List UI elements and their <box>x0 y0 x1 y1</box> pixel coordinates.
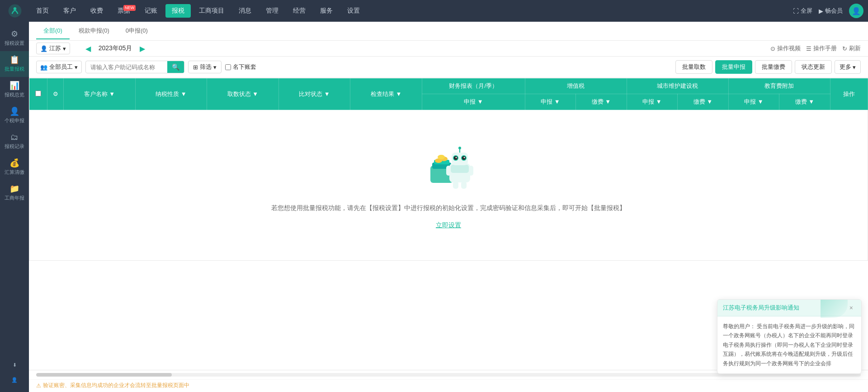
th-vat: 增值税 <box>525 78 627 94</box>
batch-fetch-button[interactable]: 批量取数 <box>675 60 712 74</box>
filter-button[interactable]: ⊞ 筛选 ▾ <box>188 61 222 73</box>
sidebar-item-tax-settings[interactable]: ⚙ 报税设置 <box>0 25 29 51</box>
svg-rect-21 <box>453 182 458 189</box>
province-label: 江苏 <box>49 44 61 53</box>
svg-rect-19 <box>446 166 451 176</box>
settlement-icon: 💰 <box>9 159 19 167</box>
refresh-icon: ↻ <box>842 45 847 52</box>
video-action[interactable]: ⊙ 操作视频 <box>770 44 801 53</box>
th-edu-pay: 缴费 ▼ <box>779 94 830 110</box>
svg-point-18 <box>458 147 461 149</box>
svg-point-1 <box>14 7 16 10</box>
employee-select[interactable]: 👥 全部员工 ▾ <box>36 61 82 73</box>
table-body: 若您想使用批量报税功能，请先在【报税设置】中进行报税的初始化设置，完成密码验证和… <box>29 110 868 261</box>
filter-icon: ⊞ <box>193 64 198 71</box>
current-date: 2023年05月 <box>97 44 133 53</box>
checkbox-wrap: 名下账套 <box>225 63 256 71</box>
tab-all[interactable]: 全部(0) <box>36 23 70 39</box>
province-select[interactable]: 👤 江苏 ▾ <box>36 43 70 54</box>
nav-item-bookkeeping[interactable]: 记账 <box>138 4 164 18</box>
more-button[interactable]: 更多 ▾ <box>835 60 861 74</box>
more-chevron-icon: ▾ <box>853 64 856 71</box>
robot-illustration <box>421 141 476 195</box>
sidebar-item-batch-tax[interactable]: 📋 批量报税 <box>0 51 29 77</box>
sidebar: ⚙ 报税设置 📋 批量报税 📊 报税总览 👤 个税申报 🗂 报税记录 💰 汇算清… <box>0 22 29 392</box>
notification-title: 江苏电子税务局升级影响通知 <box>723 304 799 312</box>
nav-item-business[interactable]: 工商项目 <box>193 4 231 18</box>
data-table: ⚙ 客户名称 ▼ 纳税性质 ▼ 取数状态 ▼ 比对状态 ▼ 检查结果 ▼ <box>29 78 868 261</box>
th-vat-declare: 申报 ▼ <box>525 94 576 110</box>
sidebar-item-tax-records[interactable]: 🗂 报税记录 <box>0 129 29 154</box>
nav-item-message[interactable]: 消息 <box>232 4 258 18</box>
empty-cell: 若您想使用批量报税功能，请先在【报税设置】中进行报税的初始化设置，完成密码验证和… <box>29 110 868 261</box>
app-logo[interactable] <box>5 0 25 21</box>
nav-items: 首页客户收费票据NEW记账报税工商项目消息管理经营服务设置 <box>30 4 793 18</box>
svg-rect-22 <box>461 182 467 189</box>
nav-item-home[interactable]: 首页 <box>30 4 55 18</box>
th-financial: 财务报表（月/季） <box>422 78 525 94</box>
warning-icon: ⚠ <box>36 382 41 389</box>
status-update-button[interactable]: 状态更新 <box>795 60 832 74</box>
manual-action[interactable]: ☰ 操作手册 <box>806 44 837 53</box>
notification-panel: 江苏电子税务局升级影响通知 × 尊敬的用户： 受当前电子税务局进一步升级的影响，… <box>717 299 862 374</box>
nav-item-service[interactable]: 服务 <box>314 4 339 18</box>
notification-close-button[interactable]: × <box>847 303 856 312</box>
fullscreen-button[interactable]: ⛶ 全屏 <box>793 7 812 15</box>
setup-link[interactable]: 立即设置 <box>436 221 461 229</box>
manual-icon: ☰ <box>806 45 811 52</box>
empty-message: 若您想使用批量报税功能，请先在【报税设置】中进行报税的初始化设置，完成密码验证和… <box>271 204 626 212</box>
chevron-down-icon: ▾ <box>75 64 78 71</box>
svg-point-7 <box>438 155 445 159</box>
annual-report-label: 工商年报 <box>5 195 24 201</box>
toolbar-left: 👥 全部员工 ▾ 🔍 ⊞ 筛选 ▾ 名下账套 <box>36 61 672 73</box>
user-avatar[interactable]: 👤 <box>849 4 863 18</box>
notice-bar: ⚠ 验证账密、采集信息均成功的企业才会流转至批量报税页面中 <box>29 379 868 392</box>
tab-declare[interactable]: 税款申报(0) <box>71 23 117 39</box>
th-checkbox <box>29 78 47 110</box>
th-settings: ⚙ <box>47 78 64 110</box>
chevron-down-icon: ▾ <box>63 45 66 52</box>
select-all-checkbox[interactable] <box>35 91 41 96</box>
batch-pay-button[interactable]: 批量缴费 <box>755 60 792 74</box>
th-financial-declare: 申报 ▼ <box>422 94 525 110</box>
search-input[interactable] <box>86 62 167 72</box>
personal-tax-icon: 👤 <box>9 107 19 115</box>
th-city-tax: 城市维护建设税 <box>627 78 728 94</box>
prev-date-button[interactable]: ◀ <box>83 43 94 54</box>
sidebar-item-annual-report[interactable]: 📁 工商年报 <box>0 180 29 206</box>
nav-item-settings[interactable]: 设置 <box>341 4 366 18</box>
search-button[interactable]: 🔍 <box>167 61 184 73</box>
batch-declare-button[interactable]: 批量申报 <box>715 60 752 74</box>
sidebar-item-settlement[interactable]: 💰 汇算清缴 <box>0 154 29 180</box>
th-city-declare: 申报 ▼ <box>627 94 677 110</box>
sidebar-item-tax-summary[interactable]: 📊 报税总览 <box>0 77 29 103</box>
suites-checkbox[interactable] <box>225 64 231 70</box>
sidebar-bottom-user[interactable]: 👤 <box>0 373 29 387</box>
more-label: 更多 <box>840 63 851 71</box>
employee-icon: 👥 <box>40 64 47 71</box>
nav-item-collection[interactable]: 收费 <box>84 4 109 18</box>
filter-chevron-icon: ▾ <box>213 64 217 71</box>
refresh-action[interactable]: ↻ 刷新 <box>842 44 861 53</box>
sidebar-bottom-download[interactable]: ⬇ <box>0 358 29 373</box>
notification-header: 江苏电子税务局升级影响通知 × <box>717 300 861 316</box>
nav-item-operation[interactable]: 经营 <box>287 4 312 18</box>
person-icon: 👤 <box>40 45 47 52</box>
th-fetch-status: 取数状态 ▼ <box>207 78 279 110</box>
employee-label: 全部员工 <box>49 63 73 71</box>
th-city-pay: 缴费 ▼ <box>678 94 728 110</box>
nav-item-customer[interactable]: 客户 <box>57 4 82 18</box>
member-label: 畅会员 <box>825 7 843 15</box>
tab-zero[interactable]: 0申报(0) <box>118 23 155 39</box>
nav-item-tax[interactable]: 报税 <box>165 4 191 18</box>
empty-state: 若您想使用批量报税功能，请先在【报税设置】中进行报税的初始化设置，完成密码验证和… <box>34 114 863 257</box>
th-actions: 操作 <box>830 78 868 110</box>
member-button[interactable]: ▶ 畅会员 <box>819 7 843 15</box>
settlement-label: 汇算清缴 <box>5 169 24 176</box>
sidebar-item-personal-tax[interactable]: 👤 个税申报 <box>0 103 29 129</box>
next-date-button[interactable]: ▶ <box>137 43 148 54</box>
th-edu: 教育费附加 <box>728 78 830 94</box>
nav-item-manage[interactable]: 管理 <box>259 4 285 18</box>
tax-records-icon: 🗂 <box>10 133 19 141</box>
nav-item-invoice[interactable]: 票据NEW <box>111 4 137 18</box>
